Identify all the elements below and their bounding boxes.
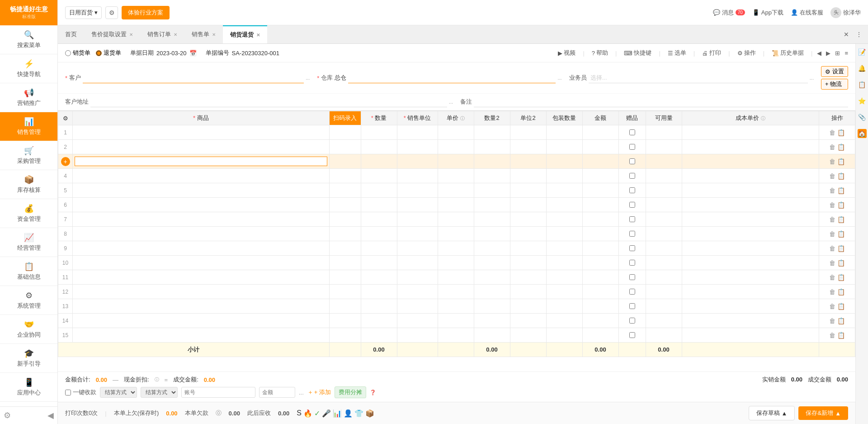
gift-checkbox[interactable] bbox=[629, 231, 635, 237]
pack-qty-cell[interactable] bbox=[546, 154, 582, 169]
gift-cell[interactable] bbox=[618, 212, 646, 227]
pack-qty-cell[interactable] bbox=[546, 183, 582, 198]
sales-unit-cell[interactable] bbox=[397, 256, 438, 270]
copy-row-icon[interactable]: 📋 bbox=[837, 216, 845, 223]
gift-cell[interactable] bbox=[618, 241, 646, 256]
sidebar-collapse-icon[interactable]: ◀ bbox=[47, 410, 54, 420]
gift-cell[interactable] bbox=[618, 328, 646, 343]
tab-sales-return[interactable]: 销货退货 ✕ bbox=[223, 25, 267, 43]
video-btn[interactable]: ▶ 视频 bbox=[555, 48, 578, 58]
pack-qty-cell[interactable] bbox=[546, 212, 582, 227]
radio-sales[interactable]: 销货单 bbox=[65, 49, 90, 57]
amount-cell[interactable] bbox=[582, 299, 618, 314]
product-cell[interactable] bbox=[73, 227, 330, 241]
qty2-cell[interactable] bbox=[474, 183, 510, 198]
industry-select[interactable]: 日用百货 ▾ bbox=[65, 6, 102, 19]
qty-cell[interactable] bbox=[361, 198, 397, 212]
sales-unit-cell[interactable] bbox=[397, 212, 438, 227]
sidebar-item-newbie[interactable]: 🎓 新手引导 bbox=[0, 344, 57, 373]
gift-checkbox[interactable] bbox=[629, 245, 635, 251]
copy-row-icon[interactable]: 📋 bbox=[837, 230, 845, 238]
unit-price-cell[interactable] bbox=[438, 183, 474, 198]
remark-input[interactable] bbox=[474, 96, 848, 107]
fee-split-btn[interactable]: 费用分摊 bbox=[335, 386, 366, 398]
unit-price-cell[interactable] bbox=[438, 227, 474, 241]
amount-cell[interactable] bbox=[582, 140, 618, 154]
add-row-btn[interactable]: + bbox=[61, 157, 70, 166]
qty-cell[interactable] bbox=[361, 256, 397, 270]
calc-method-select[interactable]: 结算方式 bbox=[141, 387, 178, 398]
amount-cell[interactable] bbox=[582, 183, 618, 198]
copy-row-icon[interactable]: 📋 bbox=[837, 201, 845, 209]
delete-row-icon[interactable]: 🗑 bbox=[829, 274, 835, 281]
unit2-cell[interactable] bbox=[510, 314, 546, 328]
copy-row-icon[interactable]: 📋 bbox=[837, 158, 845, 165]
amount-cell[interactable] bbox=[582, 328, 618, 343]
gift-cell[interactable] bbox=[618, 285, 646, 299]
sidebar-item-search[interactable]: 🔍 搜索菜单 bbox=[0, 25, 57, 54]
sidebar-item-basic[interactable]: 📋 基础信息 bbox=[0, 257, 57, 286]
cash-discount-info-icon[interactable]: ⓘ bbox=[155, 376, 159, 383]
warehouse-input[interactable] bbox=[348, 72, 556, 83]
sidebar-item-sales[interactable]: 📊 销售管理 bbox=[0, 112, 57, 141]
one-key-collect-checkbox[interactable]: 一键收款 bbox=[65, 388, 96, 396]
qty2-cell[interactable] bbox=[474, 154, 510, 169]
unit-price-cell[interactable] bbox=[438, 256, 474, 270]
gift-cell[interactable] bbox=[618, 169, 646, 183]
qty-cell[interactable] bbox=[361, 241, 397, 256]
gift-checkbox[interactable] bbox=[629, 303, 635, 309]
delete-row-icon[interactable]: 🗑 bbox=[829, 201, 835, 209]
gift-cell[interactable] bbox=[618, 154, 646, 169]
salesperson-ellipsis[interactable]: ... bbox=[810, 75, 814, 81]
amount-cell[interactable] bbox=[582, 285, 618, 299]
product-cell[interactable] bbox=[73, 270, 330, 285]
unit2-cell[interactable] bbox=[510, 140, 546, 154]
save-draft-btn[interactable]: 保存草稿 ▲ bbox=[749, 406, 795, 420]
qty-cell[interactable] bbox=[361, 314, 397, 328]
radio-sales-input[interactable] bbox=[65, 50, 71, 56]
unit2-cell[interactable] bbox=[510, 299, 546, 314]
gift-cell[interactable] bbox=[618, 140, 646, 154]
right-panel-home-icon[interactable]: 🏠 bbox=[858, 129, 867, 138]
delete-row-icon[interactable]: 🗑 bbox=[829, 129, 835, 136]
qty2-cell[interactable] bbox=[474, 125, 510, 140]
unit-price-cell[interactable] bbox=[438, 198, 474, 212]
qty2-cell[interactable] bbox=[474, 227, 510, 241]
sales-unit-cell[interactable] bbox=[397, 169, 438, 183]
chart-icon[interactable]: 📊 bbox=[333, 409, 342, 418]
sidebar-settings-icon[interactable]: ⚙ bbox=[4, 410, 11, 420]
gift-checkbox[interactable] bbox=[629, 144, 635, 150]
add-payment-btn[interactable]: ＋ + 添加 bbox=[307, 388, 331, 396]
unit-price-cell[interactable] bbox=[438, 314, 474, 328]
gift-checkbox[interactable] bbox=[629, 289, 635, 295]
amount-cell[interactable] bbox=[582, 270, 618, 285]
unit-price-cell[interactable] bbox=[438, 169, 474, 183]
app-download-item[interactable]: 📱 App下载 bbox=[752, 9, 783, 17]
gift-checkbox[interactable] bbox=[629, 318, 635, 324]
save-new-btn[interactable]: 保存&新增 ▲ bbox=[798, 406, 848, 420]
product-cell[interactable] bbox=[73, 169, 330, 183]
gift-cell[interactable] bbox=[618, 270, 646, 285]
amount-input[interactable] bbox=[259, 387, 295, 398]
sidebar-item-purchase[interactable]: 🛒 采购管理 bbox=[0, 141, 57, 170]
qty2-cell[interactable] bbox=[474, 241, 510, 256]
right-panel-star-icon[interactable]: ⭐ bbox=[858, 96, 867, 105]
radio-return-input[interactable] bbox=[96, 50, 102, 56]
sales-unit-cell[interactable] bbox=[397, 227, 438, 241]
experience-btn[interactable]: 体验行业方案 bbox=[122, 6, 170, 19]
customer-addr-input[interactable] bbox=[90, 96, 447, 107]
pack-qty-cell[interactable] bbox=[546, 125, 582, 140]
tab-sales-order[interactable]: 销售订单 ✕ bbox=[140, 26, 184, 43]
unit-price-cell[interactable] bbox=[438, 154, 474, 169]
pack-qty-cell[interactable] bbox=[546, 169, 582, 183]
qty-cell[interactable] bbox=[361, 154, 397, 169]
message-item[interactable]: 💬 消息 70 bbox=[713, 9, 745, 17]
col-settings-header[interactable]: ⚙ bbox=[58, 111, 73, 125]
sidebar-item-system[interactable]: ⚙ 系统管理 bbox=[0, 286, 57, 315]
sales-unit-cell[interactable] bbox=[397, 154, 438, 169]
amount-cell[interactable] bbox=[582, 169, 618, 183]
unit-price-cell[interactable] bbox=[438, 328, 474, 343]
logistics-btn[interactable]: + 物流 bbox=[821, 79, 848, 90]
product-cell[interactable] bbox=[73, 299, 330, 314]
copy-row-icon[interactable]: 📋 bbox=[837, 288, 845, 295]
